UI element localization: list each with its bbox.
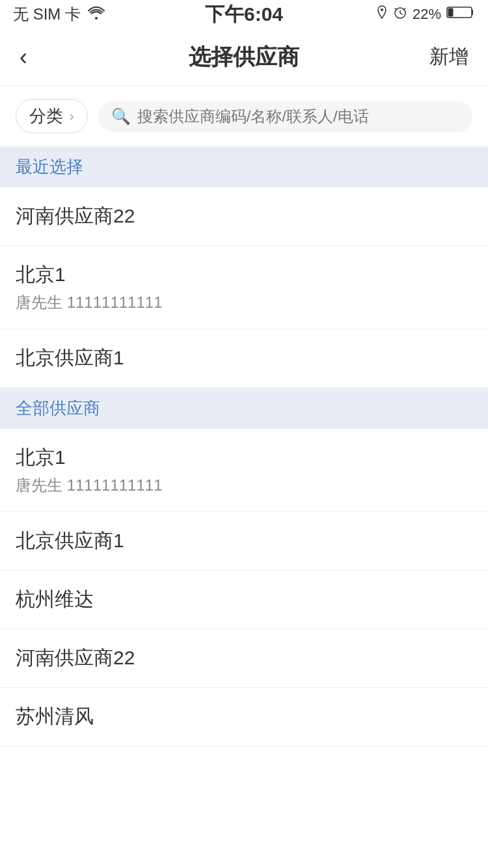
list-item[interactable]: 杭州维达 — [0, 571, 488, 629]
item-name: 杭州维达 — [16, 586, 472, 613]
item-sub: 唐先生 11111111111 — [16, 475, 472, 496]
status-time: 下午6:04 — [205, 1, 283, 28]
no-sim-label: 无 SIM 卡 — [13, 4, 81, 25]
section-header-recent: 最近选择 — [0, 146, 488, 187]
location-icon — [376, 5, 388, 23]
category-filter[interactable]: 分类 › — [16, 99, 88, 133]
category-label: 分类 — [29, 105, 63, 128]
item-name: 北京1 — [16, 262, 472, 288]
list-item[interactable]: 河南供应商22 — [0, 629, 488, 688]
list-item[interactable]: 北京供应商1 — [0, 512, 488, 571]
status-bar: 无 SIM 卡 下午6:04 22% — [0, 0, 488, 29]
search-input[interactable] — [137, 107, 459, 126]
list-item[interactable]: 河南供应商22 — [0, 187, 488, 246]
back-button[interactable]: ‹ — [20, 44, 59, 71]
battery-icon — [446, 5, 475, 23]
list-item[interactable]: 北京供应商1 — [0, 329, 488, 388]
filter-bar: 分类 › 🔍 — [0, 86, 488, 146]
item-sub: 唐先生 11111111111 — [16, 292, 472, 313]
item-name: 河南供应商22 — [16, 203, 472, 230]
nav-bar: ‹ 选择供应商 新增 — [0, 29, 488, 86]
add-button[interactable]: 新增 — [429, 44, 468, 70]
search-box[interactable]: 🔍 — [98, 101, 472, 132]
status-right: 22% — [376, 5, 475, 23]
search-icon: 🔍 — [111, 107, 131, 126]
item-name: 苏州清风 — [16, 703, 472, 730]
item-name: 北京供应商1 — [16, 528, 472, 554]
item-name: 河南供应商22 — [16, 645, 472, 671]
alarm-icon — [393, 5, 407, 23]
svg-rect-3 — [448, 8, 454, 17]
item-name: 北京供应商1 — [16, 345, 472, 372]
wifi-icon — [87, 5, 105, 23]
item-name: 北京1 — [16, 444, 472, 471]
page-title: 选择供应商 — [189, 42, 299, 72]
svg-point-0 — [381, 8, 383, 11]
chevron-right-icon: › — [70, 109, 74, 124]
list-item[interactable]: 北京1唐先生 11111111111 — [0, 246, 488, 329]
battery-label: 22% — [413, 6, 441, 23]
status-left: 无 SIM 卡 — [13, 4, 105, 25]
section-header-all: 全部供应商 — [0, 388, 488, 429]
sections-container: 最近选择河南供应商22北京1唐先生 11111111111北京供应商1全部供应商… — [0, 146, 488, 746]
list-item[interactable]: 苏州清风 — [0, 688, 488, 746]
list-item[interactable]: 北京1唐先生 11111111111 — [0, 429, 488, 512]
